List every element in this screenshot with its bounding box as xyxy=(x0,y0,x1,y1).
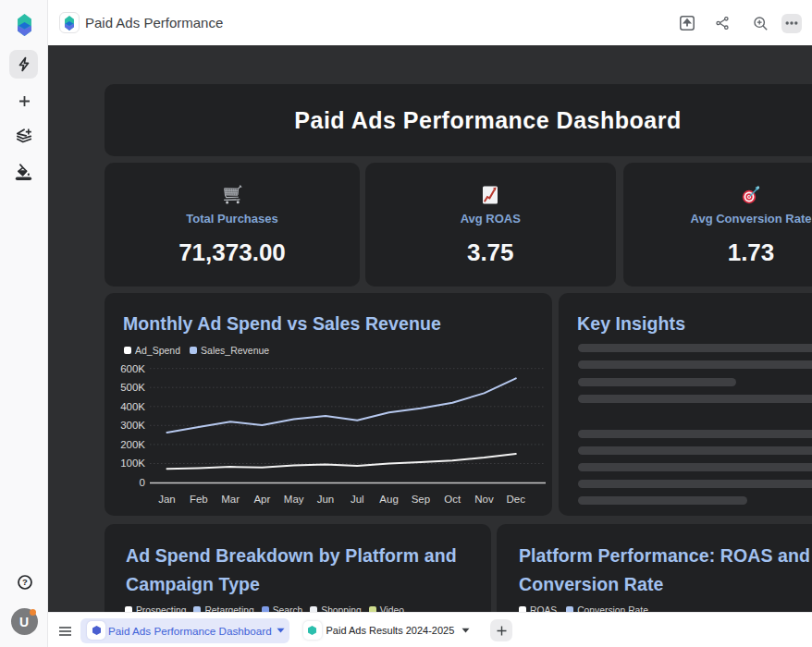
svg-text:400K: 400K xyxy=(120,401,145,412)
svg-text:Jan: Jan xyxy=(158,494,176,505)
svg-text:300K: 300K xyxy=(120,420,145,431)
svg-text:Mar: Mar xyxy=(221,494,240,505)
svg-text:Nov: Nov xyxy=(474,494,494,505)
svg-text:Apr: Apr xyxy=(253,494,270,505)
svg-text:Oct: Oct xyxy=(444,494,461,505)
svg-text:Jul: Jul xyxy=(351,494,364,505)
svg-text:?: ? xyxy=(22,577,28,587)
svg-text:Dec: Dec xyxy=(507,494,526,505)
svg-text:May: May xyxy=(284,494,304,505)
svg-text:Sep: Sep xyxy=(412,494,430,505)
svg-text:500K: 500K xyxy=(120,382,145,393)
svg-text:200K: 200K xyxy=(120,439,145,450)
svg-text:600K: 600K xyxy=(120,363,145,374)
svg-text:Aug: Aug xyxy=(379,494,398,505)
svg-text:Feb: Feb xyxy=(190,494,208,505)
svg-text:0: 0 xyxy=(140,477,145,488)
svg-text:Jun: Jun xyxy=(317,494,335,505)
svg-text:100K: 100K xyxy=(120,458,145,469)
